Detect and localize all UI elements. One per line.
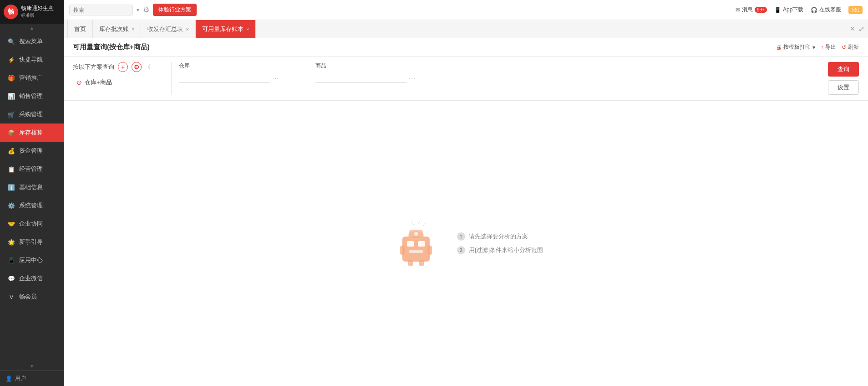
tab-inventory-summary-close[interactable]: ×	[186, 26, 188, 32]
svg-rect-5	[427, 246, 432, 255]
empty-hint-1-text: 请先选择要分析的方案	[469, 232, 528, 241]
box-icon: 📦	[7, 129, 15, 137]
print-button[interactable]: 🖨 按模板打印 ▾	[776, 43, 815, 51]
filter-field-product-label: 商品	[315, 62, 443, 70]
sidebar-scroll-up[interactable]: ▲	[0, 24, 64, 32]
sidebar-item-guide[interactable]: 🌟 新手引导	[0, 233, 64, 251]
step-2-number: 2	[457, 246, 465, 254]
sidebar-scroll-down[interactable]: ▼	[0, 362, 64, 371]
logo-icon: 畅	[4, 5, 18, 19]
clipboard-icon: 📋	[7, 165, 15, 173]
tab-available-ledger[interactable]: 可用量库存账本 ×	[196, 20, 256, 38]
sidebar-item-finance[interactable]: 💰 资金管理	[0, 142, 64, 160]
sidebar-item-label: 经营管理	[19, 165, 43, 173]
svg-rect-0	[402, 237, 430, 262]
online-service-button[interactable]: 🎧 在线客服	[811, 6, 841, 14]
settings-button[interactable]: 设置	[828, 80, 859, 95]
filter-divider	[171, 62, 172, 95]
filter-collapse-button[interactable]: 《	[145, 63, 151, 71]
empty-illustration	[389, 216, 443, 271]
handshake-icon: 🤝	[7, 220, 15, 228]
sidebar-header: 畅 畅康通好生意 标准版	[0, 0, 64, 24]
dropdown-icon[interactable]: ▾	[137, 7, 139, 13]
sidebar-item-vip[interactable]: V 畅会员	[0, 288, 64, 306]
sidebar-item-label: 销售管理	[19, 92, 43, 100]
sidebar-item-operation[interactable]: 📋 经营管理	[0, 160, 64, 178]
filter-field-product: 商品 …	[315, 62, 443, 82]
tabs-close-all-button[interactable]: ×	[846, 24, 858, 34]
sidebar-item-search[interactable]: 🔍 搜索菜单	[0, 32, 64, 51]
filter-fields: 仓库 … 商品 …	[179, 62, 828, 82]
sidebar-bottom-user[interactable]: 👤 用户	[0, 371, 64, 386]
svg-rect-1	[407, 241, 414, 247]
sidebar-item-wechat[interactable]: 💬 企业微信	[0, 269, 64, 288]
sidebar-item-label: 应用中心	[19, 256, 43, 264]
export-button[interactable]: ↑ 导出	[821, 43, 836, 51]
filter-field-warehouse-input-row: …	[179, 72, 306, 82]
tab-batch-account-close[interactable]: ×	[132, 26, 134, 32]
sidebar-item-sales[interactable]: 📊 销售管理	[0, 87, 64, 105]
filter-add-button[interactable]: +	[118, 62, 128, 72]
sidebar-item-label: 快捷导航	[19, 56, 43, 64]
svg-rect-6	[408, 260, 413, 266]
empty-state: 1 请先选择要分析的方案 2 用[过滤]条件来缩小分析范围	[64, 101, 868, 386]
app-download-button[interactable]: 📱 App下载	[774, 6, 803, 14]
sidebar-item-shortcut[interactable]: ⚡ 快捷导航	[0, 51, 64, 69]
sidebar-item-label: 畅会员	[19, 293, 37, 301]
tabs-expand-button[interactable]: ⤢	[858, 25, 864, 33]
topbar-search-input[interactable]	[69, 5, 133, 15]
user-icon: 👤	[5, 376, 12, 382]
tab-available-ledger-label: 可用量库存账本	[202, 25, 244, 33]
sidebar-menu: 🔍 搜索菜单 ⚡ 快捷导航 🎁 营销推广 📊 销售管理 🛒 采购管理 📦 库存核…	[0, 32, 64, 362]
tab-home[interactable]: 首页	[67, 20, 93, 38]
tab-batch-account-label: 库存批次账	[99, 25, 129, 33]
filter-product-input[interactable]	[315, 72, 406, 82]
sidebar: 畅 畅康通好生意 标准版 ▲ 🔍 搜索菜单 ⚡ 快捷导航 🎁 营销推广 📊 销售…	[0, 0, 64, 386]
search-nav-icon: 🔍	[7, 37, 15, 46]
star-icon: 🌟	[7, 238, 15, 246]
message-badge: 99+	[755, 7, 767, 13]
money-icon: 💰	[7, 147, 15, 155]
sidebar-item-marketing[interactable]: 🎁 营销推广	[0, 69, 64, 87]
tab-home-label: 首页	[74, 25, 86, 33]
filter-product-more-icon[interactable]: …	[408, 73, 416, 81]
sidebar-item-enterprise[interactable]: 🤝 企业协同	[0, 215, 64, 233]
topbar: ▾ ⚙ 体验行业方案 ✉ 消息 99+ 📱 App下载 🎧 在线客服 Rit	[64, 0, 868, 20]
tab-available-ledger-close[interactable]: ×	[246, 26, 249, 32]
sidebar-item-purchase[interactable]: 🛒 采购管理	[0, 105, 64, 124]
sidebar-item-basic[interactable]: ℹ️ 基础信息	[0, 178, 64, 196]
svg-point-10	[414, 232, 418, 236]
filter-warehouse-more-icon[interactable]: …	[272, 73, 279, 81]
refresh-icon: ↺	[842, 44, 846, 51]
sidebar-item-appcenter[interactable]: 📱 应用中心	[0, 251, 64, 269]
tabs-bar: 首页 库存批次账 × 收发存汇总表 × 可用量库存账本 × × ⤢	[64, 20, 868, 38]
sidebar-subtitle: 标准版	[21, 12, 54, 19]
message-label: 消息	[742, 6, 753, 14]
tab-batch-account[interactable]: 库存批次账 ×	[93, 20, 141, 38]
refresh-button[interactable]: ↺ 刷新	[842, 43, 859, 51]
empty-hint-2: 2 用[过滤]条件来缩小分析范围	[457, 246, 543, 254]
trial-industry-button[interactable]: 体验行业方案	[153, 4, 197, 16]
export-label: 导出	[825, 43, 836, 51]
svg-line-12	[418, 220, 421, 224]
filter-field-warehouse-label: 仓库	[179, 62, 306, 70]
mobile-icon: 📱	[7, 256, 15, 264]
message-icon: ✉	[736, 7, 740, 13]
wechat-icon: 💬	[7, 274, 15, 283]
refresh-label: 刷新	[848, 43, 859, 51]
filter-option-warehouse-product[interactable]: ⊙ 仓库+商品	[73, 76, 164, 89]
print-dropdown-icon: ▾	[812, 44, 815, 51]
user-avatar[interactable]: Rit	[848, 6, 863, 14]
query-button[interactable]: 查询	[828, 62, 859, 77]
topbar-gear-icon[interactable]: ⚙	[143, 5, 149, 14]
export-icon: ↑	[821, 44, 823, 51]
message-button[interactable]: ✉ 消息 99+	[736, 6, 767, 14]
svg-line-11	[411, 221, 414, 225]
sidebar-item-label: 企业协同	[19, 220, 43, 228]
tab-inventory-summary[interactable]: 收发存汇总表 ×	[141, 20, 195, 38]
sidebar-item-inventory[interactable]: 📦 库存核算	[0, 124, 64, 142]
filter-scheme-settings-button[interactable]: ⚙	[132, 62, 142, 72]
sidebar-item-system[interactable]: ⚙️ 系统管理	[0, 196, 64, 215]
filter-warehouse-input[interactable]	[179, 72, 270, 82]
filter-field-warehouse: 仓库 …	[179, 62, 306, 82]
